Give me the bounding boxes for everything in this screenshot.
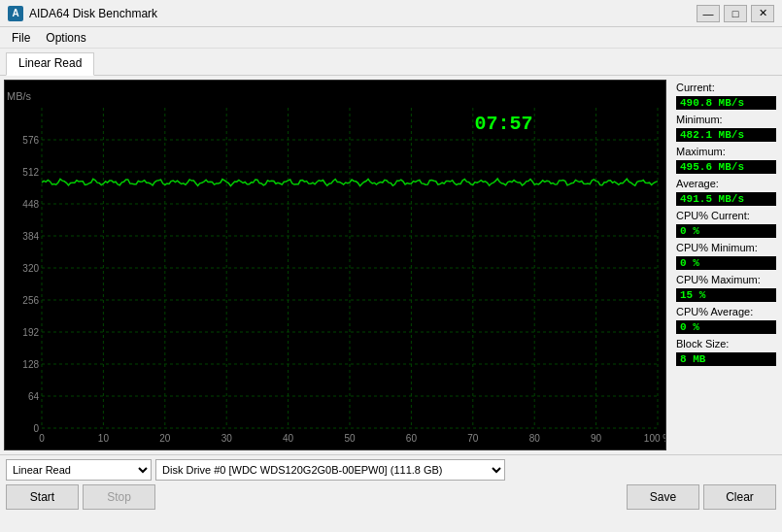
tab-bar: Linear Read: [0, 49, 782, 76]
stats-panel: Current: 490.8 MB/s Minimum: 482.1 MB/s …: [670, 76, 782, 454]
window-controls: — □ ✕: [697, 5, 774, 22]
average-label: Average:: [676, 178, 776, 189]
controls-row1: Linear Read Linear Write Random Read Ran…: [6, 459, 776, 481]
menu-file[interactable]: File: [4, 29, 38, 46]
stop-button[interactable]: Stop: [83, 484, 155, 510]
controls-row2: Start Stop Save Clear: [6, 484, 776, 510]
menu-options[interactable]: Options: [38, 29, 93, 46]
current-label: Current:: [676, 82, 776, 93]
app-icon: A: [8, 6, 23, 21]
close-button[interactable]: ✕: [751, 5, 774, 22]
minimum-label: Minimum:: [676, 114, 776, 125]
title-bar: A AIDA64 Disk Benchmark — □ ✕: [0, 0, 782, 27]
cpu-maximum-value: 15 %: [676, 288, 776, 302]
chart-area: [4, 80, 666, 450]
test-type-select[interactable]: Linear Read Linear Write Random Read Ran…: [6, 459, 152, 481]
cpu-average-value: 0 %: [676, 320, 776, 334]
start-button[interactable]: Start: [6, 484, 79, 510]
bottom-controls: Linear Read Linear Write Random Read Ran…: [0, 454, 782, 511]
current-value: 490.8 MB/s: [676, 96, 776, 110]
clear-button[interactable]: Clear: [703, 484, 776, 510]
cpu-minimum-value: 0 %: [676, 256, 776, 270]
block-size-value: 8 MB: [676, 352, 776, 366]
save-button[interactable]: Save: [627, 484, 699, 510]
cpu-current-value: 0 %: [676, 224, 776, 238]
block-size-label: Block Size:: [676, 338, 776, 349]
benchmark-canvas: [5, 81, 665, 449]
maximum-value: 495.6 MB/s: [676, 160, 776, 174]
app-title: AIDA64 Disk Benchmark: [29, 7, 697, 20]
tab-linear-read[interactable]: Linear Read: [6, 52, 94, 76]
cpu-current-label: CPU% Current:: [676, 210, 776, 221]
minimize-button[interactable]: —: [697, 5, 720, 22]
cpu-average-label: CPU% Average:: [676, 306, 776, 317]
menu-bar: File Options: [0, 27, 782, 49]
minimum-value: 482.1 MB/s: [676, 128, 776, 142]
cpu-maximum-label: CPU% Maximum:: [676, 274, 776, 285]
drive-select[interactable]: Disk Drive #0 [WDC WDS120G2G0B-00EPW0] (…: [155, 459, 505, 481]
average-value: 491.5 MB/s: [676, 192, 776, 206]
main-content: Current: 490.8 MB/s Minimum: 482.1 MB/s …: [0, 76, 782, 454]
maximize-button[interactable]: □: [724, 5, 747, 22]
cpu-minimum-label: CPU% Minimum:: [676, 242, 776, 253]
maximum-label: Maximum:: [676, 146, 776, 157]
